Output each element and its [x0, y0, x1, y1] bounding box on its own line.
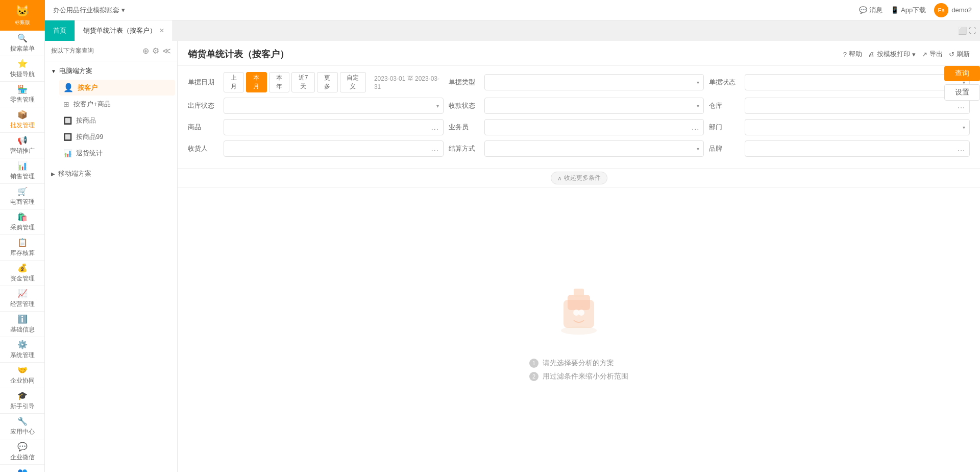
export-button[interactable]: ↗ 导出 [922, 50, 943, 59]
dropdown-arrow-icon: ▾ [121, 6, 125, 14]
filter-recipient-select[interactable]: … [224, 140, 444, 157]
add-scheme-button[interactable]: ⊕ [142, 46, 149, 56]
print-button[interactable]: 🖨 按模板打印 ▾ [868, 50, 916, 59]
scheme-item-by-goods99[interactable]: 🔲 按商品99 [59, 129, 175, 145]
query-button[interactable]: 查询 [944, 66, 980, 81]
sidebar-item-label: 库存核算 [10, 249, 35, 257]
filter-payment-select[interactable]: ▾ [484, 140, 704, 157]
sidebar-item-retail[interactable]: 🏪 零售管理 [0, 82, 44, 107]
search-icon: 🔍 [17, 33, 28, 43]
sidebar-item-corp-collab[interactable]: 🤝 企业协同 [0, 363, 44, 388]
sidebar-item-member[interactable]: 👥 畅会员 [0, 465, 44, 472]
scheme-item-customer-goods[interactable]: ⊞ 按客户+商品 [59, 97, 175, 112]
filter-row-3: 商品 … 业务员 … 部门 [188, 119, 970, 135]
scheme-panel: 按以下方案查询 ⊕ ⚙ ≪ ▼ 电脑端方案 👤 按客户 [45, 41, 178, 472]
app-download-button[interactable]: 📱 App下载 [891, 6, 926, 15]
sidebar-item-search[interactable]: 🔍 搜索菜单 [0, 31, 44, 56]
restore-icon[interactable]: ⬜ [958, 27, 967, 35]
tab-home[interactable]: 首页 [45, 20, 75, 41]
sidebar-item-operations[interactable]: 📈 经营管理 [0, 286, 44, 312]
apps-icon: 🔧 [17, 416, 28, 426]
page-title: 销货单统计表（按客户） [188, 48, 289, 60]
tip-number-2: 2 [529, 372, 538, 381]
sidebar-item-sales[interactable]: 📊 销售管理 [0, 158, 44, 184]
filter-doctype-select[interactable]: ▾ [484, 74, 704, 90]
scheme-item-return-stats[interactable]: 📊 退货统计 [59, 146, 175, 161]
filter-goods-select[interactable]: … [224, 119, 444, 135]
system-icon: ⚙️ [17, 340, 28, 349]
account-dropdown[interactable]: 办公用品行业模拟账套 ▾ [53, 6, 125, 15]
sidebar-item-label: 快捷导航 [10, 70, 35, 79]
member-icon: 👥 [17, 467, 28, 472]
sidebar-item-system[interactable]: ⚙️ 系统管理 [0, 337, 44, 363]
scheme-item-label: 按商品99 [76, 132, 103, 141]
header-left: 办公用品行业模拟账套 ▾ [53, 6, 125, 15]
sidebar-item-ecommerce[interactable]: 🛒 电商管理 [0, 184, 44, 209]
collapse-scheme-button[interactable]: ≪ [162, 46, 171, 56]
date-btn-last-month[interactable]: 上月 [224, 72, 244, 92]
date-btn-this-month[interactable]: 本月 [246, 72, 266, 92]
filter-receiptstatus-select[interactable]: ▾ [484, 98, 704, 114]
filter-outstatus-select[interactable]: ▾ [224, 98, 444, 114]
salesperson-dots-icon[interactable]: … [691, 123, 699, 132]
scheme-item-by-goods[interactable]: 🔲 按商品 [59, 113, 175, 128]
goods-dots-icon[interactable]: … [431, 123, 439, 132]
settings-button[interactable]: 设置 [944, 84, 980, 101]
collapse-row: ∧ 收起更多条件 [178, 169, 980, 188]
sidebar-item-apps[interactable]: 🔧 应用中心 [0, 414, 44, 439]
date-btn-custom[interactable]: 自定义 [340, 72, 366, 92]
scheme-group-pc-items: 👤 按客户 ⊞ 按客户+商品 🔲 按商品 🔲 按商品99 [45, 80, 177, 161]
sidebar-item-marketing[interactable]: 📢 营销推广 [0, 133, 44, 158]
scheme-item-label: 按客户+商品 [74, 100, 111, 109]
tab-close-icon[interactable]: ✕ [159, 27, 164, 34]
sidebar-item-label: 企业微信 [10, 453, 35, 462]
date-btn-more[interactable]: 更多 [317, 72, 337, 92]
warehouse-dots-icon[interactable]: … [957, 101, 965, 110]
date-btn-this-year[interactable]: 本年 [269, 72, 289, 92]
filter-brand-label: 品牌 [709, 144, 745, 153]
expand-icon[interactable]: ⛶ [969, 27, 976, 35]
sidebar-item-label: 经营管理 [10, 300, 35, 309]
ecommerce-icon: 🛒 [17, 186, 28, 196]
message-label: 消息 [869, 6, 883, 15]
window-controls[interactable]: ⬜ ⛶ [954, 27, 980, 35]
recipient-dots-icon[interactable]: … [431, 144, 439, 153]
filter-docstatus-select[interactable]: ▾ [745, 74, 970, 90]
action-buttons: 查询 设置 [944, 66, 980, 101]
settings-scheme-button[interactable]: ⚙ [152, 46, 159, 56]
help-button[interactable]: ? 帮助 [843, 50, 862, 59]
filter-brand-select[interactable]: … [745, 140, 970, 157]
sidebar-logo[interactable]: 🐱 标账版 [0, 0, 45, 31]
filter-dept-select[interactable]: ▾ [745, 119, 970, 135]
empty-tip-1: 1 请先选择要分析的方案 [529, 359, 628, 368]
message-button[interactable]: 💬 消息 [859, 6, 883, 15]
sidebar-item-label: 批发管理 [10, 121, 35, 130]
scheme-group-pc-header[interactable]: ▼ 电脑端方案 [45, 63, 177, 79]
date-btn-last-7days[interactable]: 近7天 [291, 72, 315, 92]
brand-dots-icon[interactable]: … [957, 144, 965, 153]
filter-warehouse-select[interactable]: … [745, 98, 970, 114]
tab-sales-stats[interactable]: 销货单统计表（按客户） ✕ [75, 20, 173, 41]
page-title-row: 销货单统计表（按客户） ? 帮助 🖨 按模板打印 ▾ ↗ 导出 [178, 41, 980, 66]
sidebar-item-quicknav[interactable]: ⭐ 快捷导航 [0, 56, 44, 82]
dept-arrow-icon: ▾ [963, 125, 965, 130]
user-menu[interactable]: Ea demo2 [934, 3, 972, 17]
empty-state: 1 请先选择要分析的方案 2 用过滤条件来缩小分析范围 [178, 188, 980, 472]
scheme-group-mobile-header[interactable]: ▶ 移动端方案 [45, 166, 177, 181]
filter-outstatus-col: 出库状态 ▾ [188, 98, 449, 114]
scheme-actions: ⊕ ⚙ ≪ [142, 46, 171, 56]
filter-salesperson-select[interactable]: … [484, 119, 704, 135]
sidebar-item-finance[interactable]: 💰 资金管理 [0, 261, 44, 286]
sidebar-item-purchase[interactable]: 🛍️ 采购管理 [0, 209, 44, 235]
sidebar-item-basic[interactable]: ℹ️ 基础信息 [0, 312, 44, 337]
collapse-button[interactable]: ∧ 收起更多条件 [551, 172, 607, 184]
scheme-item-by-customer[interactable]: 👤 按客户 [59, 80, 175, 96]
sidebar-item-guide[interactable]: 🎓 新手引导 [0, 388, 44, 414]
refresh-button[interactable]: ↺ 刷新 [949, 50, 970, 59]
page-actions: ? 帮助 🖨 按模板打印 ▾ ↗ 导出 ↺ 刷新 [843, 50, 970, 59]
scheme-item-label: 按客户 [78, 83, 97, 92]
sidebar-item-wechat[interactable]: 💬 企业微信 [0, 439, 44, 465]
sidebar-item-label: 基础信息 [10, 325, 35, 334]
sidebar-item-wholesale[interactable]: 📦 批发管理 [0, 107, 44, 133]
sidebar-item-inventory[interactable]: 📋 库存核算 [0, 235, 44, 261]
